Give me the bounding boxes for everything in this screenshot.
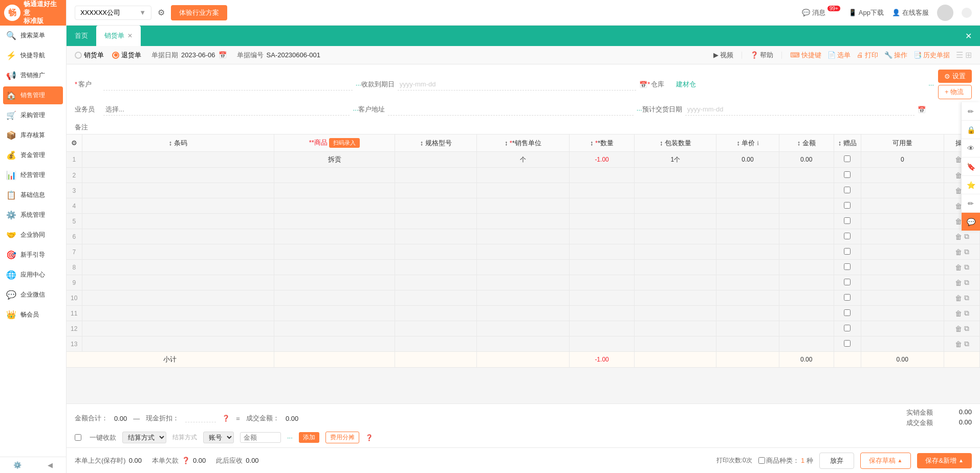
view-toggle-list[interactable]: ☰ [956,50,963,60]
tab-home[interactable]: 首页 [67,26,96,46]
cell-gift[interactable] [834,260,861,275]
cell-quantity[interactable] [569,306,635,321]
cell-barcode[interactable] [82,260,274,275]
payment-calendar-icon[interactable]: 📅 [639,81,647,88]
cell-product[interactable] [274,321,395,336]
amount-input[interactable] [240,432,281,443]
cell-barcode[interactable] [82,275,274,290]
cell-product[interactable] [274,290,395,306]
sidebar-item-finance[interactable]: 💰 资金管理 [0,145,66,165]
cell-barcode[interactable] [82,244,274,260]
cell-unit-price[interactable] [716,275,779,290]
cell-unit-price[interactable] [716,260,779,275]
sidebar-item-inventory[interactable]: 📦 库存核算 [0,125,66,145]
sidebar-collapse[interactable]: ◀ [48,461,53,469]
row-copy-btn[interactable]: ⧉ [964,309,969,318]
cell-barcode[interactable] [82,229,274,244]
cell-unit-price[interactable] [716,198,779,214]
cell-unit-price[interactable] [716,183,779,198]
cell-barcode[interactable] [82,336,274,352]
cell-barcode[interactable] [82,321,274,336]
company-selector[interactable]: XXXXXX公司 ▼ [75,6,151,20]
cell-barcode[interactable] [82,214,274,229]
cell-product[interactable] [274,260,395,275]
salesman-input[interactable] [103,103,350,116]
shortcuts-btn[interactable]: ⌨ 快捷键 [790,51,821,60]
radio-return[interactable]: 退货单 [112,51,141,60]
cell-spec[interactable] [395,198,477,214]
cell-product[interactable] [274,336,395,352]
scan-button[interactable]: 扫码录入 [329,138,360,148]
cell-spec[interactable] [395,275,477,290]
row-delete-btn[interactable]: 🗑 [955,294,962,302]
trial-button[interactable]: 体验行业方案 [171,5,227,20]
bank-select[interactable]: 账号 [203,432,234,443]
sidebar-item-operation[interactable]: 📊 经营管理 [0,165,66,185]
cell-quantity[interactable] [569,260,635,275]
cell-unit-price[interactable]: 0.00 [716,152,779,168]
th-settings[interactable]: ⚙ [67,134,82,152]
discount-input[interactable] [185,414,216,422]
tab-bar-close-btn[interactable]: ✕ [957,31,980,41]
cell-product[interactable] [274,183,395,198]
cell-spec[interactable] [395,321,477,336]
rt-item-chat[interactable]: 💬 [962,213,980,231]
rt-item-eye[interactable]: 👁 [962,139,980,157]
cell-barcode[interactable] [82,152,274,168]
cell-spec[interactable] [395,260,477,275]
sidebar-item-system[interactable]: ⚙️ 系统管理 [0,205,66,225]
row-delete-btn[interactable]: 🗑 [955,278,962,287]
online-service-action[interactable]: 👤 在线客服 [892,8,929,17]
cell-gift[interactable] [834,229,861,244]
cell-quantity[interactable] [569,229,635,244]
radio-sales[interactable]: 销货单 [75,51,104,60]
history-btn[interactable]: 📑 历史单据 [913,51,950,60]
help-btn[interactable]: ❓ 帮助 [750,51,773,60]
cell-gift[interactable] [834,214,861,229]
row-copy-btn[interactable]: ⧉ [964,232,969,241]
rt-item-pencil2[interactable]: ✏ [962,194,980,213]
cell-quantity[interactable] [569,321,635,336]
cell-unit-price[interactable] [716,321,779,336]
cell-unit-price[interactable] [716,214,779,229]
sidebar-item-app-center[interactable]: 🌐 应用中心 [0,265,66,285]
dots-bank[interactable]: ··· [287,434,293,441]
cell-gift[interactable] [834,183,861,198]
top-settings-icon[interactable]: ⚙ [158,8,165,17]
cell-gift[interactable] [834,198,861,214]
product-type-checkbox[interactable] [758,457,765,464]
row-copy-btn[interactable]: ⧉ [964,263,969,272]
video-btn[interactable]: ▶ 视频 [713,51,733,60]
cell-product[interactable] [274,306,395,321]
sidebar-settings[interactable]: ⚙️ [13,461,21,469]
tab-sales-order[interactable]: 销货单 ✕ [96,26,141,46]
delivery-calendar-icon[interactable]: 📅 [918,106,926,114]
cell-gift[interactable] [834,306,861,321]
cell-barcode[interactable] [82,168,274,183]
salesman-dots[interactable]: ··· [353,106,358,114]
address-dots[interactable]: ··· [637,106,642,114]
cell-quantity[interactable] [569,244,635,260]
sidebar-item-basic-info[interactable]: 📋 基础信息 [0,185,66,205]
sidebar-item-sales[interactable]: 🏠 销售管理 [3,86,63,104]
cell-quantity[interactable] [569,336,635,352]
cell-unit-price[interactable] [716,229,779,244]
discard-button[interactable]: 放弃 [819,453,854,469]
print-btn[interactable]: 🖨 打印 [857,51,878,60]
payment-checkbox[interactable] [75,434,81,441]
cell-quantity[interactable]: -1.00 [569,152,635,168]
cell-quantity[interactable] [569,198,635,214]
row-delete-btn[interactable]: 🗑 [955,247,962,256]
cell-quantity[interactable] [569,290,635,306]
settlement-select[interactable]: 结算方式 [122,432,166,443]
user-avatar[interactable] [937,5,953,21]
row-delete-btn[interactable]: 🗑 [955,309,962,318]
cell-product[interactable] [274,214,395,229]
delivery-date-input[interactable] [685,103,914,116]
cell-spec[interactable] [395,336,477,352]
sidebar-item-purchase[interactable]: 🛒 采购管理 [0,105,66,125]
cell-product[interactable] [274,168,395,183]
view-toggle-grid[interactable]: ⊞ [965,50,972,60]
warehouse-dots[interactable]: ··· [928,81,934,88]
fenpai-button[interactable]: 费用分摊 [325,432,359,443]
